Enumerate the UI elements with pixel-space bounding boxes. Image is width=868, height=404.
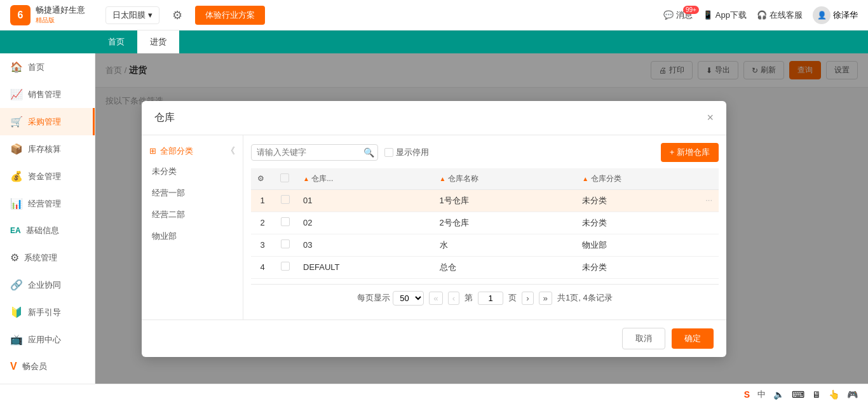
category-item-ops1[interactable]: 经营一部 <box>142 182 243 204</box>
td-code: 02 <box>297 212 433 234</box>
notification-area[interactable]: 💬 消息 99+ <box>663 10 693 21</box>
td-gear-action: 2 <box>251 212 274 234</box>
online-service-item[interactable]: 🎧 在线客服 <box>757 10 803 21</box>
show-disabled-label[interactable]: 显示停用 <box>384 147 429 158</box>
sidebar-item-finance[interactable]: 💰 资金管理 <box>0 163 95 190</box>
lang-zh: 中 <box>757 389 766 400</box>
cancel-button[interactable]: 取消 <box>622 328 665 349</box>
td-warehouse-name: 2号仓库 <box>433 212 576 234</box>
td-gear-action: 3 <box>251 234 274 256</box>
category-item-property[interactable]: 物业部 <box>142 226 243 247</box>
category-item-none[interactable]: 未分类 <box>142 161 243 182</box>
sidebar-item-system[interactable]: ⚙ 系统管理 <box>0 244 95 271</box>
monitor-icon[interactable]: 🖥 <box>812 389 821 400</box>
purchase-icon: 🛒 <box>10 116 23 128</box>
category-all-item[interactable]: ⊞ 全部分类 <box>149 145 193 157</box>
td-code: 03 <box>297 234 433 256</box>
prev-page-button[interactable]: ‹ <box>448 292 459 305</box>
page-total: 共1页, 4条记录 <box>557 292 613 304</box>
app-download-item[interactable]: 📱 App下载 <box>703 10 747 21</box>
last-page-button[interactable]: » <box>539 292 552 305</box>
header-middle: 日太阳膜 ▾ ⚙ 体验行业方案 <box>105 5 663 25</box>
sidebar: 🏠 首页 📈 销售管理 🛒 采购管理 📦 库存核算 💰 资金管理 📊 经营管理 … <box>0 53 95 404</box>
table-row[interactable]: 1 01 1号仓库 未分类··· <box>251 189 719 212</box>
trial-button[interactable]: 体验行业方案 <box>195 6 265 25</box>
td-category: 未分类 <box>576 256 719 278</box>
modal-close-button[interactable]: × <box>707 111 714 125</box>
sidebar-item-inventory[interactable]: 📦 库存核算 <box>0 135 95 163</box>
td-category: 物业部 <box>576 234 719 256</box>
td-checkbox <box>274 189 297 212</box>
app-center-icon: 📺 <box>10 333 23 346</box>
sidebar-item-home[interactable]: 🏠 首页 <box>0 53 95 81</box>
search-icon[interactable]: 🔍 <box>363 147 374 158</box>
sidebar-item-guide[interactable]: 🔰 新手引导 <box>0 299 95 326</box>
enterprise-icon: 🔗 <box>10 279 23 291</box>
td-code: DEFAULT <box>297 256 433 278</box>
td-warehouse-name: 水 <box>433 234 576 256</box>
warehouse-modal: 仓库 × ⊞ 全部分类 《 未分类 <box>142 101 726 357</box>
avatar: 👤 <box>813 6 831 24</box>
td-gear-action: 4 <box>251 256 274 278</box>
th-check <box>274 168 297 190</box>
system-icon: ⚙ <box>10 252 19 264</box>
add-warehouse-button[interactable]: + 新增仓库 <box>661 143 719 162</box>
store-selector[interactable]: 日太阳膜 ▾ <box>105 6 159 24</box>
table-row[interactable]: 4 DEFAULT 总仓 未分类 <box>251 256 719 278</box>
page-size-select[interactable]: 50 <box>393 291 424 306</box>
category-item-ops2[interactable]: 经营二部 <box>142 204 243 226</box>
search-input[interactable] <box>257 147 363 157</box>
gamepad-icon[interactable]: 🎮 <box>847 389 858 400</box>
table-toolbar: 🔍 显示停用 + 新增仓库 <box>251 143 719 162</box>
logo-icon: 6 <box>10 5 31 25</box>
page-number-input[interactable] <box>478 292 503 305</box>
nav-tab-home[interactable]: 首页 <box>95 30 137 53</box>
table-panel: 🔍 显示停用 + 新增仓库 <box>243 135 726 320</box>
confirm-button[interactable]: 确定 <box>672 328 714 349</box>
modal-footer: 取消 确定 <box>142 320 726 357</box>
td-checkbox <box>274 212 297 234</box>
search-area: 🔍 显示停用 <box>251 144 429 161</box>
nav-tab-purchase[interactable]: 进货 <box>137 30 179 53</box>
sidebar-item-member[interactable]: V 畅会员 <box>0 353 95 380</box>
operations-icon: 📊 <box>10 198 23 210</box>
sidebar-item-enterprise[interactable]: 🔗 企业协同 <box>0 271 95 299</box>
keyboard-icon[interactable]: ⌨ <box>792 389 804 400</box>
sidebar-item-sales[interactable]: 📈 销售管理 <box>0 81 95 108</box>
page-size-area: 每页显示 50 <box>357 291 424 306</box>
modal-body: ⊞ 全部分类 《 未分类 经营一部 经营二部 物业部 <box>142 135 726 320</box>
logo-area: 6 畅捷通好生意 精品版 <box>10 5 105 25</box>
header-right: 💬 消息 99+ 📱 App下载 🎧 在线客服 👤 徐泽华 <box>663 6 858 24</box>
category-header: ⊞ 全部分类 《 <box>142 142 243 161</box>
td-checkbox <box>274 256 297 278</box>
sidebar-item-operations[interactable]: 📊 经营管理 <box>0 190 95 217</box>
modal-header: 仓库 × <box>142 101 726 135</box>
main-layout: 🏠 首页 📈 销售管理 🛒 采购管理 📦 库存核算 💰 资金管理 📊 经营管理 … <box>0 53 868 404</box>
user-area[interactable]: 👤 徐泽华 <box>813 6 858 24</box>
td-warehouse-name: 总仓 <box>433 256 576 278</box>
sidebar-item-app-center[interactable]: 📺 应用中心 <box>0 326 95 353</box>
table-row[interactable]: 3 03 水 物业部 <box>251 234 719 256</box>
td-category: 未分类··· <box>576 189 719 212</box>
th-code: ▲ 仓库... <box>297 168 433 190</box>
s-logo: S <box>744 389 750 400</box>
td-category: 未分类 <box>576 212 719 234</box>
next-page-button[interactable]: › <box>522 292 533 305</box>
table-row[interactable]: 2 02 2号仓库 未分类 <box>251 212 719 234</box>
category-panel: ⊞ 全部分类 《 未分类 经营一部 经营二部 物业部 <box>142 135 243 320</box>
top-header: 6 畅捷通好生意 精品版 日太阳膜 ▾ ⚙ 体验行业方案 💬 消息 99+ 📱 … <box>0 0 868 30</box>
th-gear: ⚙ <box>251 168 274 190</box>
th-category: ▲ 仓库分类 <box>576 168 719 190</box>
volume-icon[interactable]: 🔈 <box>773 389 784 400</box>
bottom-bar: S 中 🔈 ⌨ 🖥 👆 🎮 <box>0 384 868 404</box>
touch-icon[interactable]: 👆 <box>829 389 839 400</box>
show-disabled-checkbox[interactable] <box>384 148 393 157</box>
td-code: 01 <box>297 189 433 212</box>
collapse-button[interactable]: 《 <box>226 145 235 157</box>
base-info-icon: EA <box>10 226 21 235</box>
sidebar-item-purchase[interactable]: 🛒 采购管理 <box>0 108 95 135</box>
sales-icon: 📈 <box>10 88 23 100</box>
first-page-button[interactable]: « <box>429 292 442 305</box>
sidebar-item-base-info[interactable]: EA 基础信息 <box>0 217 95 244</box>
gear-button[interactable]: ⚙ <box>167 5 187 25</box>
